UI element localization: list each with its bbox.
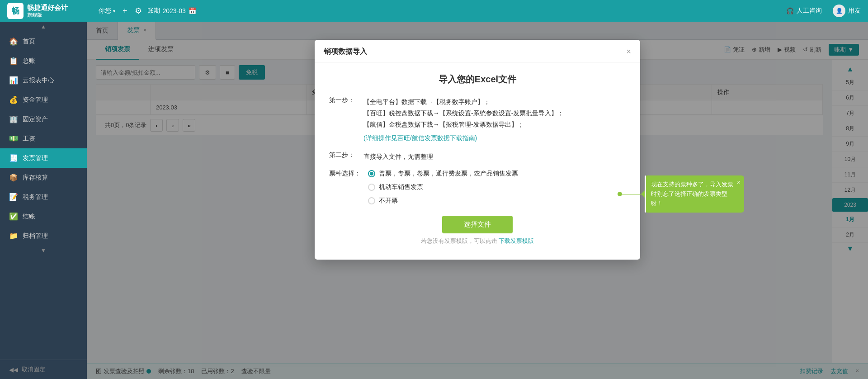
period-selector[interactable]: 账期 2023-03 📅	[147, 7, 196, 15]
guide-link[interactable]: (详细操作见百旺/航信发票数据下载指南)	[363, 134, 477, 142]
modal-close-button[interactable]: ×	[626, 47, 631, 57]
ledger-icon: 📋	[9, 57, 18, 65]
add-button[interactable]: +	[121, 6, 129, 16]
step1-row: 第一步： 【全电平台】数据下载→【税务数字账户】； 【百旺】税控盘数据下载→【系…	[329, 96, 626, 144]
radio-label-0: 普票，专票，卷票，通行费发票，农产品销售发票	[379, 170, 518, 178]
inventory-icon: 📦	[9, 173, 18, 182]
modal-main-title: 导入您的Excel文件	[329, 73, 626, 85]
radio-1[interactable]	[368, 184, 375, 191]
tooltip-bubble: × 现在支持的票种多了，导入发票时别忘了选择正确的发票类型呀！	[645, 175, 744, 213]
sidebar-scroll-up[interactable]: ▲	[0, 22, 87, 32]
sidebar-item-assets[interactable]: 🏢 固定资产	[0, 109, 87, 129]
avatar: 👤	[833, 5, 845, 17]
modal-body: 导入您的Excel文件 第一步： 【全电平台】数据下载→【税务数字账户】； 【百…	[315, 62, 640, 260]
salary-icon: 💵	[9, 134, 18, 143]
calendar-icon: 📅	[189, 7, 196, 14]
radio-2[interactable]	[368, 197, 375, 204]
step1-line1: 【全电平台】数据下载→【税务数字账户】；	[363, 96, 564, 108]
sidebar-scroll-down[interactable]: ▼	[0, 246, 87, 256]
tooltip-connector	[618, 192, 645, 196]
step1-content: 【全电平台】数据下载→【税务数字账户】； 【百旺】税控盘数据下载→【系统设置-系…	[363, 96, 564, 144]
modal-overlay: 销项数据导入 × 导入您的Excel文件 第一步： 【全电平台】数据下载→【税务…	[87, 22, 868, 379]
sidebar-pin-toggle[interactable]: ◀◀ 取消固定	[0, 360, 87, 379]
sidebar-item-ledger[interactable]: 📋 总账	[0, 51, 87, 71]
user-menu[interactable]: 👤 用友	[833, 5, 861, 17]
sidebar-label-home: 首页	[23, 38, 35, 46]
modal-header: 销项数据导入 ×	[315, 40, 640, 62]
import-modal: 销项数据导入 × 导入您的Excel文件 第一步： 【全电平台】数据下载→【税务…	[315, 40, 640, 260]
consult-button[interactable]: 🎧 人工咨询	[786, 7, 822, 15]
radio-label: 票种选择：	[329, 170, 361, 178]
tooltip-bar	[645, 175, 646, 213]
logo-title: 畅捷通好会计	[27, 4, 68, 12]
step1-line3: 【航信】金税盘数据下载→【报税管理-发票数据导出】；	[363, 119, 564, 130]
archive-icon: 📁	[9, 232, 18, 240]
topbar: 畅 畅捷通好会计 旗舰版 你您 ▾ + ⚙ 账期 2023-03 📅 🎧 人工咨…	[0, 0, 868, 22]
radio-item-1[interactable]: 机动车销售发票	[368, 183, 518, 191]
sidebar-label-archive: 归档管理	[23, 232, 48, 240]
sidebar-label-ledger: 总账	[23, 57, 35, 65]
radio-0[interactable]	[368, 170, 375, 177]
logo-icon: 畅	[7, 3, 24, 19]
radio-section: 票种选择： 普票，专票，卷票，通行费发票，农产品销售发票 机动车销售发票 不开票	[329, 170, 626, 205]
settings-icon[interactable]: ⚙	[135, 6, 142, 16]
select-file-button[interactable]: 选择文件	[442, 216, 513, 233]
close-period-icon: ✅	[9, 212, 18, 221]
radio-group: 普票，专票，卷票，通行费发票，农产品销售发票 机动车销售发票 不开票	[368, 170, 518, 205]
sidebar-item-tax[interactable]: 📝 税务管理	[0, 187, 87, 207]
sidebar-label-close: 结账	[23, 213, 35, 221]
sidebar-item-close[interactable]: ✅ 结账	[0, 207, 87, 226]
sidebar: ▲ 🏠 首页 📋 总账 📊 云报表中心 💰 资金管理 🏢 固定资产 💵 工资 🧾…	[0, 22, 87, 379]
sidebar-item-reports[interactable]: 📊 云报表中心	[0, 71, 87, 90]
tooltip-line	[622, 194, 645, 194]
sidebar-item-funds[interactable]: 💰 资金管理	[0, 90, 87, 109]
step1-line2: 【百旺】税控盘数据下载→【系统设置-系统参数设置-发票批量导入】；	[363, 108, 564, 119]
sidebar-item-salary[interactable]: 💵 工资	[0, 129, 87, 148]
sidebar-label-inventory: 库存核算	[23, 174, 48, 182]
modal-title: 销项数据导入	[324, 47, 367, 57]
sidebar-label-salary: 工资	[23, 135, 35, 143]
account-selector[interactable]: 你您 ▾	[99, 7, 115, 15]
step1-label: 第一步：	[329, 96, 356, 144]
funds-icon: 💰	[9, 95, 18, 104]
tooltip-text: 现在支持的票种多了，导入发票时别忘了选择正确的发票类型呀！	[651, 181, 733, 207]
topbar-right: 🎧 人工咨询 👤 用友	[786, 5, 861, 17]
sidebar-item-home[interactable]: 🏠 首页	[0, 32, 87, 51]
assets-icon: 🏢	[9, 115, 18, 123]
sidebar-label-invoice: 发票管理	[23, 154, 48, 162]
reports-icon: 📊	[9, 76, 18, 85]
tax-icon: 📝	[9, 193, 18, 201]
step2-label: 第二步：	[329, 151, 356, 162]
headset-icon: 🎧	[786, 7, 794, 14]
sidebar-label-tax: 税务管理	[23, 193, 48, 201]
tooltip-dot	[618, 192, 622, 196]
sidebar-item-archive[interactable]: 📁 归档管理	[0, 226, 87, 246]
sidebar-item-invoice[interactable]: 🧾 发票管理	[0, 148, 87, 168]
download-template-link[interactable]: 下载发票模版	[499, 237, 534, 244]
sidebar-label-funds: 资金管理	[23, 96, 48, 104]
pin-icon: ◀◀	[9, 366, 18, 373]
radio-label-2: 不开票	[379, 197, 398, 205]
sidebar-label-reports: 云报表中心	[23, 76, 54, 85]
app-logo: 畅 畅捷通好会计 旗舰版	[7, 3, 93, 19]
home-icon: 🏠	[9, 37, 18, 46]
radio-item-2[interactable]: 不开票	[368, 197, 518, 205]
account-arrow-icon: ▾	[113, 9, 115, 14]
sidebar-item-inventory[interactable]: 📦 库存核算	[0, 168, 87, 187]
radio-item-0[interactable]: 普票，专票，卷票，通行费发票，农产品销售发票	[368, 170, 518, 178]
invoice-icon: 🧾	[9, 154, 18, 162]
logo-sub: 旗舰版	[27, 12, 68, 19]
download-hint: 若您没有发票模版，可以点击 下载发票模版	[329, 237, 626, 245]
sidebar-label-assets: 固定资产	[23, 115, 48, 123]
step2-content: 直接导入文件，无需整理	[363, 151, 433, 162]
radio-label-1: 机动车销售发票	[379, 183, 423, 191]
tooltip-close-button[interactable]: ×	[737, 177, 741, 187]
step2-row: 第二步： 直接导入文件，无需整理	[329, 151, 626, 162]
